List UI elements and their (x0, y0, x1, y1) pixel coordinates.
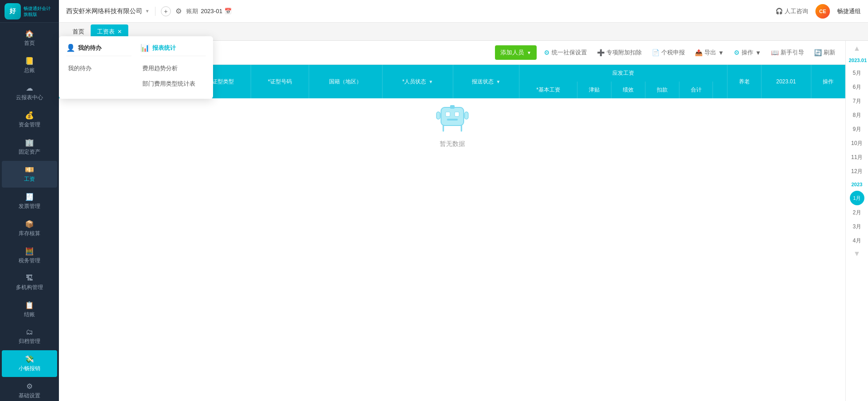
multiorg-icon: 🏗 (26, 274, 33, 282)
username-label[interactable]: 畅捷通组 (837, 7, 861, 15)
operations-button[interactable]: ⚙ 操作 ▼ (731, 48, 764, 57)
company-selector[interactable]: 西安虾米网络科技有限公司 ▼ (66, 7, 150, 15)
tax-report-button[interactable]: 📄 个税申报 (649, 48, 688, 57)
popup-col-stats-header: 📊 报表统计 (141, 43, 206, 56)
sidebar-item-assets[interactable]: 🏢 固定资产 (2, 134, 57, 160)
filter-report-icon[interactable]: ▼ (496, 79, 500, 84)
month-item-9[interactable]: 9月 (847, 123, 867, 136)
dept-cost-item[interactable]: 部门费用类型统计表 (141, 76, 206, 92)
sidebar-item-basic[interactable]: ⚙ 基础设置 (2, 377, 57, 401)
new-guide-button[interactable]: 📖 新手引导 (768, 48, 807, 57)
nav-label-inventory: 库存核算 (19, 230, 40, 237)
month-nav-down-arrow[interactable]: ▼ (852, 248, 863, 260)
th-operations: 操作 (811, 65, 845, 98)
logo-text: 畅捷通好会计 旗舰版 (24, 5, 51, 17)
deduction-button[interactable]: ➕ 专项附加扣除 (594, 48, 645, 57)
archive-icon: 🗂 (26, 328, 33, 336)
social-settings-button[interactable]: ⚙ 统一社保设置 (541, 48, 590, 57)
add-staff-button[interactable]: 添加人员 ▼ (495, 45, 537, 60)
social-label: 统一社保设置 (552, 48, 587, 57)
filter-status-icon[interactable]: ▼ (429, 79, 433, 84)
tax-report-label: 个税申报 (661, 48, 685, 57)
month-nav-up-arrow[interactable]: ▲ (852, 43, 863, 54)
popup-col-todo: 👤 我的待办 我的待办 (66, 43, 131, 92)
sidebar-item-tax[interactable]: 🧮 税务管理 (2, 242, 57, 269)
month-item-10[interactable]: 10月 (847, 137, 867, 150)
month-item-12[interactable]: 12月 (847, 165, 867, 178)
month-item-3[interactable]: 3月 (847, 220, 867, 233)
tax-icon: 🧮 (25, 247, 34, 256)
refresh-label: 刷新 (824, 48, 835, 57)
sidebar-item-inventory[interactable]: 📦 库存核算 (2, 215, 57, 242)
sidebar-item-reports[interactable]: ☁ 云报表中心 (2, 79, 57, 106)
sidebar-item-ledger[interactable]: 📒 总账 (2, 52, 57, 79)
operations-arrow: ▼ (755, 49, 761, 56)
sidebar-item-archive[interactable]: 🗂 归档管理 (2, 324, 57, 350)
th-bonus: 绩效 (611, 82, 645, 98)
export-icon: 📤 (695, 49, 703, 56)
month-item-11[interactable]: 11月 (847, 151, 867, 164)
th-pension: 养老 (727, 65, 761, 98)
month-item-2[interactable]: 2月 (847, 206, 867, 219)
sidebar-item-multiorg[interactable]: 🏗 多机构管理 (2, 270, 57, 296)
year-2023-label: 2023 (847, 179, 867, 190)
top-bar-right: 🎧 人工咨询 CE 畅捷通组 (776, 4, 861, 19)
popup-menu: 👤 我的待办 我的待办 📊 报表统计 费用趋势分析 部门费用类型统计表 (59, 36, 213, 99)
th-person-status: *人员状态 ▼ (383, 65, 453, 98)
sidebar-item-xiaochang[interactable]: 💸 小畅报销 (2, 350, 57, 377)
nav-label-closing: 结账 (24, 311, 35, 319)
tax-report-icon: 📄 (652, 49, 659, 56)
calendar-icon[interactable]: 📅 (224, 8, 232, 14)
empty-message: 暂无数据 (440, 140, 465, 148)
home-icon: 🏠 (25, 29, 34, 38)
settings-icon[interactable]: ⚙ (175, 7, 182, 15)
sidebar-item-invoice[interactable]: 🧾 发票管理 (2, 188, 57, 215)
th-pension-sub (713, 82, 727, 98)
month-item-5[interactable]: 5月 (847, 67, 867, 80)
avatar-initials: CE (819, 9, 826, 14)
service-button[interactable]: 🎧 人工咨询 (776, 7, 808, 15)
sidebar-item-salary[interactable]: 💴 工资 (2, 161, 57, 188)
refresh-button[interactable]: 🔄 刷新 (811, 48, 838, 57)
add-staff-dropdown-arrow: ▼ (527, 50, 531, 55)
month-item-4[interactable]: 4月 (847, 234, 867, 247)
closing-icon: 📋 (25, 301, 34, 309)
nav-label-salary: 工资 (24, 175, 35, 183)
logo: 好 畅捷通好会计 旗舰版 (0, 0, 59, 23)
nav-label-assets: 固定资产 (19, 148, 40, 156)
xiaochang-icon: 💸 (25, 355, 34, 363)
divider-1 (155, 7, 155, 16)
th-total: 合计 (679, 82, 713, 98)
period-label: 账期 (186, 7, 198, 15)
nav-label-home: 首页 (24, 39, 35, 47)
month-item-8[interactable]: 8月 (847, 109, 867, 122)
cost-trend-item[interactable]: 费用趋势分析 (141, 61, 206, 76)
export-button[interactable]: 📤 导出 ▼ (692, 48, 727, 57)
nav-label-archive: 归档管理 (19, 338, 40, 345)
todo-header-icon: 👤 (66, 43, 75, 52)
empty-state: 暂无数据 (59, 98, 845, 148)
nav-label-tax: 税务管理 (19, 257, 40, 265)
svg-rect-5 (436, 112, 440, 119)
svg-rect-1 (446, 112, 450, 116)
month-item-7[interactable]: 7月 (847, 95, 867, 108)
inventory-icon: 📦 (25, 220, 34, 228)
month-item-1-active[interactable]: 1月 (850, 191, 864, 205)
ledger-icon: 📒 (25, 57, 34, 65)
add-company-button[interactable]: + (161, 6, 171, 16)
company-name: 西安虾米网络科技有限公司 (66, 7, 142, 15)
my-todo-item[interactable]: 我的待办 (66, 61, 131, 76)
sidebar-item-closing[interactable]: 📋 结账 (2, 296, 57, 323)
sidebar-item-home[interactable]: 🏠 首页 (2, 25, 57, 52)
month-item-6[interactable]: 6月 (847, 81, 867, 94)
sidebar-item-funds[interactable]: 💰 资金管理 (2, 106, 57, 133)
close-tab-icon[interactable]: ✕ (117, 29, 122, 35)
svg-rect-2 (455, 112, 459, 116)
period-value[interactable]: 2023-01 (201, 8, 223, 14)
deduction-label: 专项附加扣除 (606, 48, 642, 57)
th-period: 2023.01 (761, 65, 811, 98)
stats-header-label: 报表统计 (152, 44, 176, 52)
th-nationality: 国籍（地区） (309, 65, 383, 98)
empty-robot-icon (434, 98, 470, 135)
sidebar-nav: 🏠 首页 📒 总账 ☁ 云报表中心 💰 资金管理 🏢 固定资产 💴 工资 (0, 23, 59, 401)
